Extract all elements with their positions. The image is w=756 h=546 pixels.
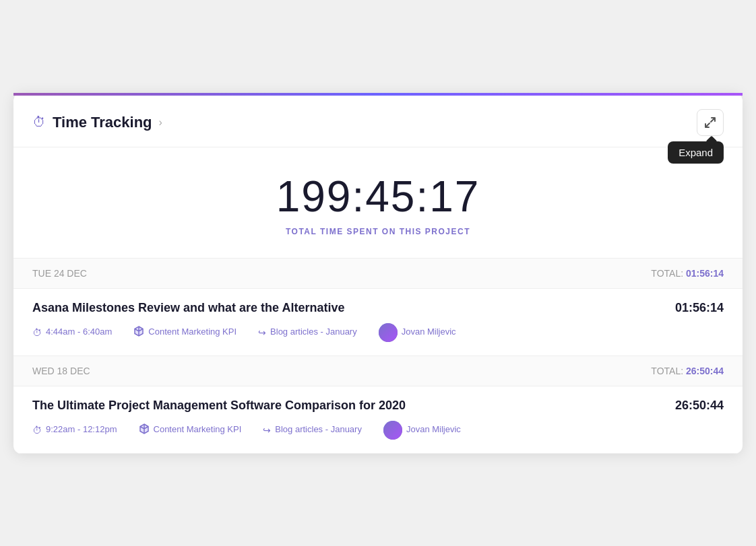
project-1-0: Content Marketing KPI — [139, 423, 242, 436]
time-range-text-0-0: 4:44am - 6:40am — [46, 326, 112, 338]
cube-icon-0-0 — [133, 326, 144, 339]
task-1-0: ↪ Blog articles - January — [263, 423, 362, 436]
task-text-1-0: Blog articles - January — [275, 423, 362, 436]
entry-duration-0-0: 01:56:14 — [675, 301, 724, 315]
page-title: Time Tracking — [53, 114, 152, 131]
time-range-1-0: ⏱ 9:22am - 12:12pm — [32, 423, 117, 436]
task-0-0: ↪ Blog articles - January — [258, 326, 357, 338]
header-left: ⏱ Time Tracking › — [32, 114, 162, 131]
entry-0-0-row1: Asana Milestones Review and what are the… — [32, 301, 724, 315]
assignee-1-0: Jovan Miljevic — [383, 421, 461, 440]
day-total-0: TOTAL: 01:56:14 — [651, 268, 724, 279]
entry-1-0: The Ultimate Project Management Software… — [13, 386, 743, 453]
entry-duration-1-0: 26:50:44 — [675, 399, 724, 413]
chevron-icon: › — [159, 116, 162, 129]
day-header-1: WED 18 DEC TOTAL: 26:50:44 — [13, 356, 743, 386]
project-text-0-0: Content Marketing KPI — [148, 326, 237, 338]
entry-0-0-row2: ⏱ 4:44am - 6:40am Content Marketing KPI … — [32, 323, 724, 342]
assignee-0-0: Jovan Miljevic — [379, 323, 456, 342]
task-text-0-0: Blog articles - January — [270, 326, 357, 338]
project-0-0: Content Marketing KPI — [133, 326, 237, 339]
expand-btn-wrapper: Expand — [697, 109, 724, 136]
entry-title-0-0: Asana Milestones Review and what are the… — [32, 301, 344, 315]
day-total-1: TOTAL: 26:50:44 — [651, 366, 724, 376]
avatar-1-0 — [383, 421, 402, 440]
entry-0-0: Asana Milestones Review and what are the… — [13, 289, 743, 355]
arrow-icon-0-0: ↪ — [258, 327, 266, 338]
expand-button[interactable] — [697, 109, 724, 136]
avatar-0-0 — [379, 323, 398, 342]
total-section: 199:45:17 TOTAL TIME SPENT ON THIS PROJE… — [13, 147, 743, 259]
arrow-icon-1-0: ↪ — [263, 425, 271, 436]
day-section-0: TUE 24 DEC TOTAL: 01:56:14 Asana Milesto… — [13, 259, 743, 356]
time-tracking-card: ⏱ Time Tracking › Expand 199:45:17 TOTAL… — [13, 93, 743, 454]
assignee-text-0-0: Jovan Miljevic — [402, 326, 456, 338]
card-header: ⏱ Time Tracking › Expand — [13, 96, 743, 147]
clock-icon-1-0: ⏱ — [32, 425, 42, 436]
assignee-text-1-0: Jovan Miljevic — [406, 423, 461, 436]
entry-title-1-0: The Ultimate Project Management Software… — [32, 399, 406, 413]
project-text-1-0: Content Marketing KPI — [154, 423, 242, 436]
entry-1-0-row2: ⏱ 9:22am - 12:12pm Content Marketing KPI… — [32, 421, 724, 440]
total-time-label: TOTAL TIME SPENT ON THIS PROJECT — [32, 227, 724, 236]
day-label-0: TUE 24 DEC — [32, 268, 87, 279]
time-range-text-1-0: 9:22am - 12:12pm — [46, 423, 117, 436]
cube-icon-1-0 — [139, 423, 150, 436]
total-time-display: 199:45:17 — [32, 172, 724, 221]
day-section-1: WED 18 DEC TOTAL: 26:50:44 The Ultimate … — [13, 356, 743, 454]
day-label-1: WED 18 DEC — [32, 366, 90, 376]
clock-icon-0-0: ⏱ — [32, 327, 42, 338]
time-range-0-0: ⏱ 4:44am - 6:40am — [32, 326, 112, 338]
expand-tooltip: Expand — [668, 141, 724, 164]
day-header-0: TUE 24 DEC TOTAL: 01:56:14 — [13, 259, 743, 289]
entry-1-0-row1: The Ultimate Project Management Software… — [32, 399, 724, 413]
timer-icon: ⏱ — [32, 114, 46, 130]
